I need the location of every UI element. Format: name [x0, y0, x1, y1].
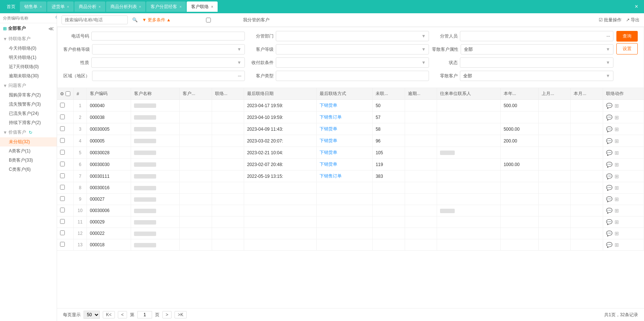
row-checkbox[interactable]	[60, 230, 65, 235]
last-method-link[interactable]: 下销货单	[320, 103, 337, 108]
message-icon[interactable]: 💬	[606, 242, 612, 248]
row-checkbox[interactable]	[60, 103, 65, 107]
nav-home[interactable]: 首页	[3, 1, 19, 12]
sidebar-item-class-a[interactable]: A类客户(1)	[0, 147, 57, 156]
last-method-link[interactable]: 下销货单	[320, 162, 337, 167]
refresh-icon[interactable]: ↻	[29, 130, 32, 135]
sidebar-item-class-b[interactable]: B类客户(33)	[0, 156, 57, 165]
last-method-link[interactable]: 下销货单	[320, 138, 337, 143]
sidebar-item-declining[interactable]: 持续下滑客户(2)	[0, 118, 57, 127]
close-icon[interactable]: ×	[67, 5, 69, 9]
row-checkbox[interactable]	[60, 196, 65, 201]
row-checkbox[interactable]	[60, 150, 65, 155]
row-checkbox[interactable]	[60, 242, 65, 247]
more-icon[interactable]: ···	[238, 73, 242, 78]
more-conditions-btn[interactable]: ▼ 更多条件 ▲	[142, 17, 171, 23]
more-icon[interactable]: ···	[606, 33, 610, 39]
search-button[interactable]: 🔍	[132, 17, 138, 22]
retail-attr-select[interactable]: 全部 ▼	[461, 44, 613, 54]
prev-page-btn[interactable]: <	[118, 311, 127, 318]
message-icon[interactable]: 💬	[606, 138, 612, 144]
my-customers-checkbox[interactable]	[175, 18, 242, 22]
row-checkbox[interactable]	[60, 114, 65, 119]
sidebar-search-input[interactable]	[3, 16, 54, 20]
sidebar-item-today-pending[interactable]: 今天待联络(0)	[0, 44, 57, 53]
close-icon[interactable]: ×	[179, 5, 182, 9]
nav-tab-sales[interactable]: 销售单 ×	[20, 1, 46, 12]
gender-select[interactable]: ▼	[91, 57, 245, 68]
more-action-icon[interactable]: ⊞	[615, 138, 619, 144]
last-page-btn[interactable]: >K	[175, 311, 187, 318]
more-action-icon[interactable]: ⊞	[615, 185, 619, 191]
message-icon[interactable]: 💬	[606, 185, 612, 191]
search-input[interactable]	[61, 15, 128, 24]
close-icon[interactable]: ×	[139, 5, 141, 9]
close-icon[interactable]: ×	[40, 5, 42, 9]
reset-button[interactable]: 设置	[616, 43, 638, 54]
row-checkbox[interactable]	[60, 219, 65, 224]
nav-tab-customer-contact[interactable]: 客户联络 ×	[187, 1, 218, 12]
export-btn[interactable]: ↗ 导出	[626, 17, 640, 23]
payment-select[interactable]: ▼	[276, 57, 429, 68]
status-select[interactable]: ▼	[460, 57, 613, 68]
first-page-btn[interactable]: K<	[103, 311, 115, 318]
row-checkbox[interactable]	[60, 173, 65, 178]
region-select[interactable]: ···	[92, 71, 245, 81]
more-action-icon[interactable]: ⊞	[615, 219, 619, 225]
close-icon[interactable]: ×	[99, 5, 101, 9]
dept-select[interactable]: ▼	[276, 31, 429, 41]
message-icon[interactable]: 💬	[606, 162, 612, 167]
last-method-link[interactable]: 下销货单	[320, 126, 337, 131]
retail-customer-select[interactable]: 全部 ▼	[460, 71, 613, 81]
sidebar-item-week-pending[interactable]: 近7天待联络(0)	[0, 62, 57, 71]
row-checkbox[interactable]	[60, 208, 65, 212]
message-icon[interactable]: 💬	[606, 230, 612, 236]
last-method-link[interactable]: 下销售订单	[320, 114, 342, 120]
sidebar-item-abnormal[interactable]: 囤购异常客户(2)	[0, 91, 57, 100]
more-action-icon[interactable]: ⊞	[615, 173, 619, 179]
sidebar-item-ungroup[interactable]: 未分组(32)	[0, 137, 57, 147]
more-action-icon[interactable]: ⊞	[615, 114, 619, 120]
row-checkbox[interactable]	[60, 162, 65, 166]
last-method-link[interactable]: 下销货单	[320, 150, 337, 155]
select-all-checkbox[interactable]	[66, 91, 70, 96]
next-page-btn[interactable]: >	[162, 311, 172, 318]
message-icon[interactable]: 💬	[606, 103, 612, 109]
sidebar-item-churned[interactable]: 已流失客户(24)	[0, 109, 57, 118]
nav-tab-product-analysis-list[interactable]: 商品分析列表 ×	[106, 1, 146, 12]
page-input[interactable]	[137, 311, 152, 318]
more-action-icon[interactable]: ⊞	[615, 242, 619, 248]
more-action-icon[interactable]: ⊞	[615, 208, 619, 214]
query-button[interactable]: 查询	[616, 31, 638, 42]
more-action-icon[interactable]: ⊞	[615, 103, 619, 109]
more-action-icon[interactable]: ⊞	[615, 230, 619, 236]
manager-select[interactable]: ···	[460, 31, 613, 41]
more-action-icon[interactable]: ⊞	[615, 162, 619, 167]
per-page-select[interactable]: 50	[84, 311, 100, 319]
all-customers-header[interactable]: ⊞ 全部客户 ≪	[0, 23, 57, 34]
customer-type-select[interactable]	[276, 71, 429, 81]
batch-op-btn[interactable]: ☑ 批量操作	[599, 17, 622, 23]
row-checkbox[interactable]	[60, 138, 65, 143]
message-icon[interactable]: 💬	[606, 208, 612, 214]
message-icon[interactable]: 💬	[606, 173, 612, 179]
message-icon[interactable]: 💬	[606, 219, 612, 225]
nav-tab-product-analysis[interactable]: 商品分析 ×	[74, 1, 105, 12]
sidebar-item-tomorrow-pending[interactable]: 明天待联络(1)	[0, 53, 57, 62]
sidebar-item-churn-warning[interactable]: 流失预警客户(3)	[0, 100, 57, 109]
message-icon[interactable]: 💬	[606, 196, 612, 202]
sidebar-item-overdue-pending[interactable]: 逾期未联络(30)	[0, 71, 57, 81]
message-icon[interactable]: 💬	[606, 126, 612, 132]
close-icon[interactable]: ×	[211, 5, 213, 9]
collapse-icon[interactable]: ≪	[48, 26, 54, 32]
customer-level-select[interactable]: ▼	[276, 44, 429, 54]
message-icon[interactable]: 💬	[606, 150, 612, 156]
nav-tab-customer-tier[interactable]: 客户分层经客 ×	[146, 1, 186, 12]
close-window-icon[interactable]: ×	[632, 3, 641, 10]
row-checkbox[interactable]	[60, 185, 65, 190]
more-action-icon[interactable]: ⊞	[615, 126, 619, 132]
phone-input[interactable]	[91, 32, 245, 40]
last-method-link[interactable]: 下销售订单	[320, 173, 342, 179]
more-action-icon[interactable]: ⊞	[615, 150, 619, 156]
price-level-select[interactable]: ▼	[92, 44, 245, 54]
